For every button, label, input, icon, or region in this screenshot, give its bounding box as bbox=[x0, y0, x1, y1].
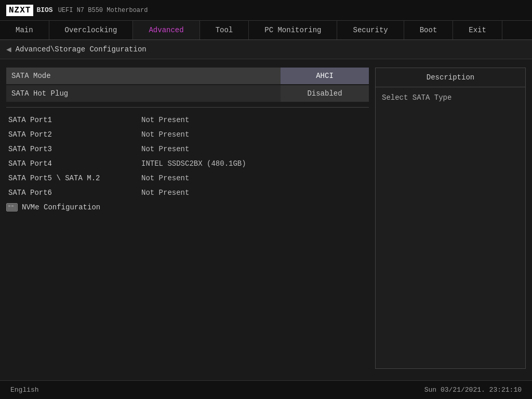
sata-mode-row[interactable]: SATA Mode AHCI bbox=[6, 68, 369, 84]
breadcrumb-text: Advanced\Storage Configuration bbox=[16, 45, 147, 54]
breadcrumb-back-icon[interactable]: ◀ bbox=[6, 44, 11, 55]
port-value-5: Not Present bbox=[141, 189, 189, 197]
port-label-0: SATA Port1 bbox=[6, 116, 141, 124]
port-value-3: INTEL SSDSC2BX (480.1GB) bbox=[141, 159, 246, 168]
description-header: Description bbox=[376, 68, 525, 87]
nvme-icon bbox=[6, 203, 18, 211]
sata-hot-plug-row[interactable]: SATA Hot Plug Disabled bbox=[6, 85, 369, 102]
port-row-2: SATA Port3Not Present bbox=[6, 142, 369, 156]
header-bar: NZXT BIOS UEFI N7 B550 Motherboard bbox=[0, 0, 532, 21]
port-row-0: SATA Port1Not Present bbox=[6, 113, 369, 127]
svg-rect-0 bbox=[7, 204, 17, 210]
description-body: Select SATA Type bbox=[376, 87, 525, 368]
nav-tab-boot[interactable]: Boot bbox=[404, 21, 454, 39]
main-content: SATA Mode AHCI SATA Hot Plug Disabled SA… bbox=[0, 59, 532, 377]
logo: NZXT BIOS UEFI N7 B550 Motherboard bbox=[6, 5, 148, 16]
left-panel: SATA Mode AHCI SATA Hot Plug Disabled SA… bbox=[6, 68, 369, 369]
svg-rect-2 bbox=[11, 205, 14, 207]
port-value-2: Not Present bbox=[141, 145, 189, 153]
port-row-1: SATA Port2Not Present bbox=[6, 127, 369, 142]
port-row-4: SATA Port5 \ SATA M.2Not Present bbox=[6, 171, 369, 185]
nav-tab-overclocking[interactable]: Overclocking bbox=[49, 21, 134, 39]
nav-tab-pc-monitoring[interactable]: PC Monitoring bbox=[249, 21, 337, 39]
description-panel: Description Select SATA Type bbox=[375, 68, 526, 369]
port-label-1: SATA Port2 bbox=[6, 130, 141, 139]
nav-tab-tool[interactable]: Tool bbox=[200, 21, 249, 39]
port-label-5: SATA Port6 bbox=[6, 189, 141, 197]
nvme-row[interactable]: NVMe Configuration bbox=[6, 200, 369, 215]
nav-tab-exit[interactable]: Exit bbox=[453, 21, 502, 39]
sata-hot-plug-value[interactable]: Disabled bbox=[281, 85, 369, 102]
logo-nzxt-text: NZXT bbox=[6, 5, 33, 16]
port-label-4: SATA Port5 \ SATA M.2 bbox=[6, 174, 141, 182]
sata-mode-value[interactable]: AHCI bbox=[281, 68, 369, 84]
port-value-4: Not Present bbox=[141, 174, 189, 182]
nav-tab-main[interactable]: Main bbox=[0, 21, 49, 39]
svg-rect-1 bbox=[8, 205, 10, 207]
port-row-5: SATA Port6Not Present bbox=[6, 185, 369, 200]
nvme-label: NVMe Configuration bbox=[22, 203, 100, 211]
port-label-3: SATA Port4 bbox=[6, 159, 141, 168]
nav-tab-security[interactable]: Security bbox=[337, 21, 404, 39]
footer-datetime: Sun 03/21/2021. 23:21:10 bbox=[424, 386, 522, 394]
footer: English Sun 03/21/2021. 23:21:10 bbox=[0, 380, 532, 399]
logo-subtitle: UEFI N7 B550 Motherboard bbox=[58, 7, 148, 14]
breadcrumb: ◀ Advanced\Storage Configuration bbox=[0, 40, 532, 59]
sata-hot-plug-label: SATA Hot Plug bbox=[6, 85, 281, 102]
port-row-3: SATA Port4INTEL SSDSC2BX (480.1GB) bbox=[6, 156, 369, 171]
logo-bios-text: BIOS bbox=[36, 6, 52, 14]
footer-language: English bbox=[10, 386, 39, 394]
port-list: SATA Port1Not PresentSATA Port2Not Prese… bbox=[6, 113, 369, 200]
port-label-2: SATA Port3 bbox=[6, 145, 141, 153]
nav-tabs: MainOverclockingAdvancedToolPC Monitorin… bbox=[0, 21, 532, 40]
port-value-0: Not Present bbox=[141, 116, 189, 124]
divider bbox=[6, 107, 369, 108]
sata-mode-label: SATA Mode bbox=[6, 68, 281, 84]
nav-tab-advanced[interactable]: Advanced bbox=[133, 21, 200, 39]
port-value-1: Not Present bbox=[141, 130, 189, 139]
